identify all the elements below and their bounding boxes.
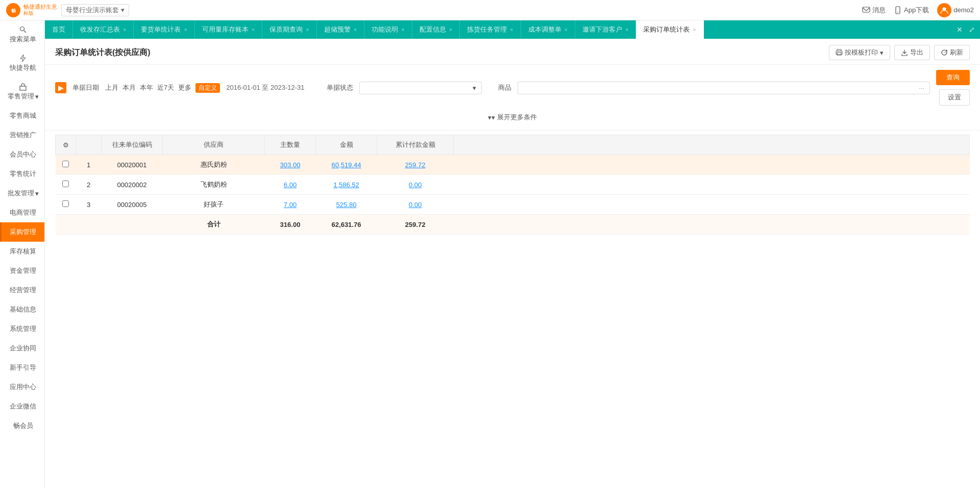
- row-check[interactable]: [56, 175, 76, 195]
- row-qty[interactable]: 303.00: [265, 155, 316, 175]
- message-button[interactable]: 消息: [862, 6, 886, 15]
- status-dropdown[interactable]: ▾: [359, 82, 482, 94]
- query-button[interactable]: 查询: [936, 70, 970, 85]
- sidebar-item-wholesale[interactable]: 批发管理 ▾: [0, 184, 44, 203]
- sidebar-item-inventory[interactable]: 库存核算: [0, 242, 44, 261]
- avatar: [937, 3, 951, 17]
- tab-purchase-summary-close[interactable]: ×: [693, 27, 696, 33]
- print-icon: [836, 49, 843, 56]
- user-area[interactable]: demo2: [937, 3, 974, 17]
- tab-cost-adjust[interactable]: 成本调整单 ×: [521, 20, 575, 39]
- tab-overstock-warning-close[interactable]: ×: [354, 27, 357, 33]
- goods-more-icon[interactable]: ···: [919, 84, 924, 92]
- tab-func-desc-label: 功能说明: [372, 25, 398, 34]
- tab-available-stock-close[interactable]: ×: [252, 27, 255, 33]
- row-check[interactable]: [56, 155, 76, 175]
- footer-amount: 62,631.76: [316, 215, 377, 235]
- footer-check: [56, 215, 76, 235]
- sidebar-item-app-center[interactable]: 应用中心: [0, 377, 44, 397]
- settings-button[interactable]: 设置: [939, 89, 970, 106]
- page-header: 采购订单统计表(按供应商) 按模板打印 ▾ 导出: [45, 39, 980, 65]
- table-settings-icon[interactable]: ⚙: [63, 141, 69, 149]
- row-paid[interactable]: 0.00: [377, 195, 454, 215]
- shortcut-this-month[interactable]: 本月: [122, 83, 136, 92]
- shortcut-7days[interactable]: 近7天: [157, 83, 174, 92]
- tab-overstock-warning[interactable]: 超储预警 ×: [317, 20, 364, 39]
- tab-cost-adjust-close[interactable]: ×: [565, 27, 568, 33]
- sidebar-item-search[interactable]: 搜索菜单: [0, 20, 44, 49]
- sidebar-item-retail-stat[interactable]: 零售统计: [0, 164, 44, 184]
- tab-pick-task-close[interactable]: ×: [510, 27, 513, 33]
- table-row: 3 00020005 好孩子 7.00 525.80 0.00: [56, 195, 970, 215]
- top-bar-left: 畅 畅捷通好生意 标版 母婴行业演示账套 ▾: [6, 3, 129, 17]
- row-supplier: 飞鹤奶粉: [163, 175, 265, 195]
- row-paid[interactable]: 259.72: [377, 155, 454, 175]
- sidebar-item-newbie[interactable]: 新手引导: [0, 358, 44, 377]
- sidebar-item-enterprise[interactable]: 企业协同: [0, 339, 44, 358]
- page-inner: 采购订单统计表(按供应商) 按模板打印 ▾ 导出: [45, 39, 980, 488]
- tab-cost-adjust-label: 成本调整单: [528, 25, 561, 34]
- row-amount[interactable]: 525.80: [316, 195, 377, 215]
- tab-goods-summary-close[interactable]: ×: [184, 27, 187, 33]
- sidebar-item-purchase[interactable]: 采购管理: [0, 222, 44, 242]
- sidebar-item-ecommerce[interactable]: 电商管理: [0, 203, 44, 222]
- tab-available-stock[interactable]: 可用量库存账本 ×: [195, 20, 262, 39]
- table-container: ⚙ 往来单位编码 供应商 主数量 金额 累计付款金额: [45, 135, 980, 235]
- sidebar-item-retail-mall[interactable]: 零售商城: [0, 106, 44, 125]
- row-check[interactable]: [56, 195, 76, 215]
- shortcut-more[interactable]: 更多: [178, 83, 191, 92]
- workspace-arrow: ▾: [121, 6, 125, 14]
- sidebar-label-operation: 经营管理: [10, 286, 36, 295]
- app-download-button[interactable]: App下载: [894, 6, 929, 15]
- sidebar-item-system[interactable]: 系统管理: [0, 319, 44, 339]
- row-paid[interactable]: 0.00: [377, 175, 454, 195]
- shortcut-this-year[interactable]: 本年: [140, 83, 153, 92]
- page-title: 采购订单统计表(按供应商): [55, 47, 151, 58]
- tab-pick-task[interactable]: 拣货任务管理 ×: [460, 20, 521, 39]
- tab-maximize-button[interactable]: ⤢: [968, 24, 976, 35]
- tab-home[interactable]: 首页: [45, 20, 73, 39]
- goods-input[interactable]: ···: [518, 82, 930, 94]
- refresh-button[interactable]: 刷新: [934, 45, 970, 60]
- workspace-selector[interactable]: 母婴行业演示账套 ▾: [61, 4, 129, 16]
- row-extra: [454, 195, 970, 215]
- sidebar-item-basic[interactable]: 基础信息: [0, 300, 44, 319]
- tab-collect-summary-close[interactable]: ×: [123, 27, 126, 33]
- shortcut-last-month[interactable]: 上月: [105, 83, 118, 92]
- sidebar-item-quick[interactable]: 快捷导航: [0, 49, 44, 78]
- tab-bar: 首页 收发存汇总表 × 要货单统计表 × 可用量库存账本 × 保质期查询 × 超…: [45, 20, 980, 39]
- tab-expiry-query-label: 保质期查询: [270, 25, 303, 34]
- tab-config-info[interactable]: 配置信息 ×: [412, 20, 460, 39]
- tab-purchase-summary[interactable]: 采购订单统计表 ×: [636, 20, 703, 39]
- col-header-settings[interactable]: ⚙: [56, 135, 76, 155]
- row-qty[interactable]: 7.00: [265, 195, 316, 215]
- tab-invite-downstream-close[interactable]: ×: [625, 27, 628, 33]
- export-button[interactable]: 导出: [894, 45, 930, 60]
- sidebar-item-wechat[interactable]: 企业微信: [0, 397, 44, 416]
- row-code: 00020001: [102, 155, 163, 175]
- sidebar-item-marketing[interactable]: 营销推广: [0, 125, 44, 145]
- sidebar-item-member[interactable]: 会员中心: [0, 145, 44, 164]
- sidebar-item-retail[interactable]: 零售管理 ▾: [0, 78, 44, 106]
- row-amount[interactable]: 1,586.52: [316, 175, 377, 195]
- tab-invite-downstream[interactable]: 邀请下游客户 ×: [575, 20, 636, 39]
- tab-config-info-close[interactable]: ×: [449, 27, 452, 33]
- row-qty[interactable]: 6.00: [265, 175, 316, 195]
- tab-func-desc[interactable]: 功能说明 ×: [364, 20, 412, 39]
- sidebar-label-purchase: 采购管理: [10, 227, 36, 237]
- sidebar-item-vip[interactable]: 畅会员: [0, 416, 44, 435]
- tab-expiry-query[interactable]: 保质期查询 ×: [262, 20, 316, 39]
- date-custom-tag[interactable]: 自定义: [195, 83, 220, 93]
- sidebar-item-operation[interactable]: 经营管理: [0, 280, 44, 300]
- tab-collect-summary[interactable]: 收发存汇总表 ×: [73, 20, 134, 39]
- tab-goods-summary[interactable]: 要货单统计表 ×: [134, 20, 194, 39]
- tab-func-desc-close[interactable]: ×: [401, 27, 404, 33]
- row-supplier: 好孩子: [163, 195, 265, 215]
- tab-expiry-query-close[interactable]: ×: [306, 27, 309, 33]
- template-print-button[interactable]: 按模板打印 ▾: [829, 45, 890, 60]
- row-amount[interactable]: 60,519.44: [316, 155, 377, 175]
- tab-close-all-button[interactable]: ✕: [955, 24, 964, 35]
- filter-toggle-button[interactable]: ▶: [55, 82, 66, 93]
- expand-more-button[interactable]: ▾▾ 展开更多条件: [55, 110, 970, 125]
- sidebar-item-finance[interactable]: 资金管理: [0, 261, 44, 280]
